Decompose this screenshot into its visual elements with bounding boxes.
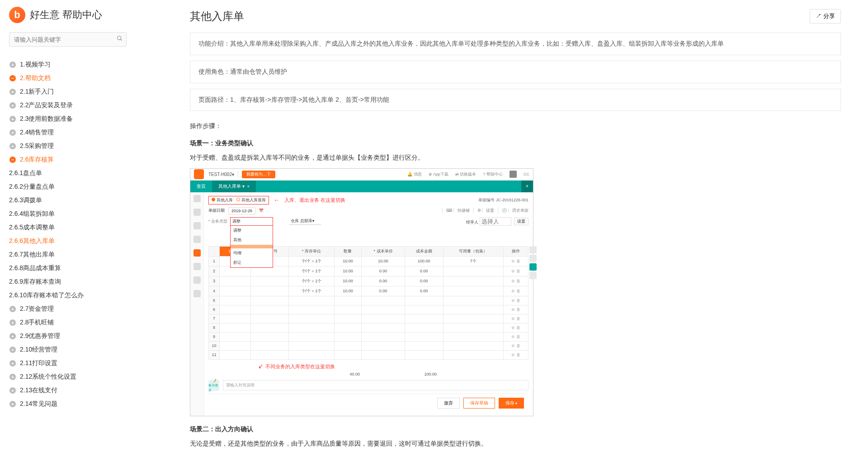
tab-current: 其他入库单 ▾× [212,181,256,192]
share-button[interactable]: ↗ 分享 [810,9,841,24]
main-content: 其他入库单 ↗ 分享 功能介绍：其他入库单用来处理除采购入库、产成品入库之外的其… [136,0,868,452]
switch-icon: ⇄ 切换版本 [455,171,476,177]
nav-item[interactable]: 2.6.6其他入库单 [9,234,136,248]
nav-item[interactable]: 2.6.4组装拆卸单 [9,207,136,221]
bill-type-switch: 其他入库 其他入库退库 [208,196,269,205]
nav-item-label: 2.6.6其他入库单 [9,237,55,245]
page-title: 其他入库单 [190,9,244,24]
nav-item-label: 2.6.2分量盘点单 [9,183,55,191]
scene2-body1: 无论是受赠，还是其他类型的业务，由于入库商品质量等原因，需要退回，这时可通过单据… [190,438,841,449]
draft-button: 保存草稿 [463,398,495,409]
save-button: 保存 [499,398,524,409]
nav-item[interactable]: 2.12系统个性化设置 [9,370,136,384]
nav-item-label: 1.视频学习 [20,61,51,69]
nav-item-label: 2.6库存核算 [20,156,54,164]
tab-home: 首页 [190,181,212,192]
nav-item[interactable]: 2.13在线支付 [9,384,136,397]
nav-item-label: 2.2产品安装及登录 [20,101,73,109]
nav-item-label: 2.8手机旺铺 [20,319,54,327]
path-box: 页面路径：1、库存核算->库存管理->其他入库单 2、首页->常用功能 [190,89,841,111]
expand-icon [9,88,16,95]
nav-item-label: 2.6.9库存账本查询 [9,278,61,286]
search-input[interactable] [9,32,127,47]
scene1-title: 场景一：业务类型确认 [190,139,841,147]
nav-item[interactable]: 2.6.7其他出库单 [9,248,136,262]
nav-item[interactable]: 2.2产品安装及登录 [9,99,136,112]
discard-button: 放弃 [437,398,460,409]
nav-item-label: 2.6.7其他出库单 [9,251,55,259]
biztype-label: * 业务类型 [208,219,227,224]
expand-icon [9,346,16,353]
annotation1: 入库、退出业务 在这里切换 [284,197,345,204]
nav-item[interactable]: 2.8手机旺铺 [9,316,136,329]
brand-text: 好生意 帮助中心 [30,8,102,22]
nav-item[interactable]: 2.14常见问题 [9,397,136,411]
nav-item[interactable]: 2.11打印设置 [9,357,136,370]
table-row: 8⊕ 🗑 [209,323,528,332]
side-toolbar [529,246,537,279]
nav-item-label: 2.13在线支付 [20,386,57,395]
nav-item[interactable]: 2.1新手入门 [9,85,136,99]
table-row: 6⊕ 🗑 [209,305,528,314]
svg-line-1 [121,39,122,41]
nav-item-label: 2.9优惠券管理 [20,332,60,340]
nav-item-label: 2.6.3调拨单 [9,196,42,205]
search-box [9,32,127,47]
scene2-title: 场景二：出入方向确认 [190,425,841,433]
expand-icon [9,129,16,136]
nav-item-label: 2.6.5成本调整单 [9,224,55,232]
bill-number: 单据编号 JC-20191226-001 [478,197,528,203]
promo-pill: 我要称为…下 [242,171,275,178]
intro-box: 功能介绍：其他入库单用来处理除采购入库、产成品入库之外的其他入库业务，因此其他入… [190,33,841,55]
nav-item-label: 2.10经营管理 [20,346,57,354]
expand-icon [9,400,16,408]
nav-item[interactable]: 2.4销售管理 [9,126,136,139]
collapse-icon [9,156,16,163]
expand-icon [9,333,16,340]
nav-item[interactable]: 2.帮助文档 [9,71,136,85]
nav-item[interactable]: 2.6.5成本调整单 [9,221,136,234]
remark-icon: 📝备注信息 [208,380,219,391]
expand-icon [9,319,16,326]
nav-item[interactable]: 2.5采购管理 [9,139,136,153]
nav-item[interactable]: 2.6.2分量盘点单 [9,180,136,194]
expand-icon [9,115,16,123]
nav-item[interactable]: 2.3使用前数据准备 [9,112,136,126]
avatar-icon [509,171,517,178]
nav-item[interactable]: 2.6.3调拨单 [9,194,136,207]
date-value: 2019-12-26 [228,207,255,214]
expand-icon [9,373,16,381]
expand-icon [9,387,16,394]
nav-item[interactable]: 2.6.8商品成本重算 [9,262,136,275]
nav-item[interactable]: 2.6库存核算 [9,153,136,167]
hotkey-link: ⌨ 快捷键 [442,208,470,214]
total-qty: 40.00 [208,372,364,376]
nav-item[interactable]: 2.6.9库存账本查询 [9,275,136,289]
table-row: 7⊕ 🗑 [209,314,528,323]
svg-point-0 [118,36,121,40]
nav-item[interactable]: 2.6.1盘点单 [9,167,136,180]
grid-settings: 设置 [514,218,528,225]
nav-item[interactable]: 2.7资金管理 [9,302,136,316]
table-row: 11⊕ 🗑 [209,350,528,359]
collapse-icon [9,75,16,82]
nav-item-label: 2.6.8商品成本重算 [9,264,61,272]
nav-item[interactable]: 2.10经营管理 [9,343,136,357]
nav-item[interactable]: 2.6.10库存账本错了怎么办 [9,289,136,302]
nav-item-label: 2.3使用前数据准备 [20,115,73,123]
annotation-arrow-icon: ← [274,196,280,204]
app-brand-icon [194,169,204,179]
scene1-body: 对于受赠、盘盈或是拆装入库等不同的业务，是通过单据头【业务类型】进行区分。 [190,152,841,163]
download-icon: ⊕ App下载 [429,171,448,177]
search-icon[interactable] [117,35,123,43]
nav-item[interactable]: 1.视频学习 [9,58,136,71]
nav-item[interactable]: 2.9优惠券管理 [9,329,136,343]
screenshot-illustration: TEST-H002 ▾ 我要称为…下 🔔 消息 ⊕ App下载 ⇄ 切换版本 ?… [190,168,533,416]
nav-item-label: 2.12系统个性化设置 [20,373,76,381]
brand-logo[interactable]: b 好生意 帮助中心 [9,7,136,23]
table-row: 3个/个 = 1个10.000.000.00⊕ 🗑 [209,276,528,286]
account-menu-icon: ▾ [232,172,234,177]
steps-label: 操作步骤： [190,122,841,130]
remark-input: 请输入补充说明 [223,380,528,390]
handler-field: 经手人 [466,217,511,226]
